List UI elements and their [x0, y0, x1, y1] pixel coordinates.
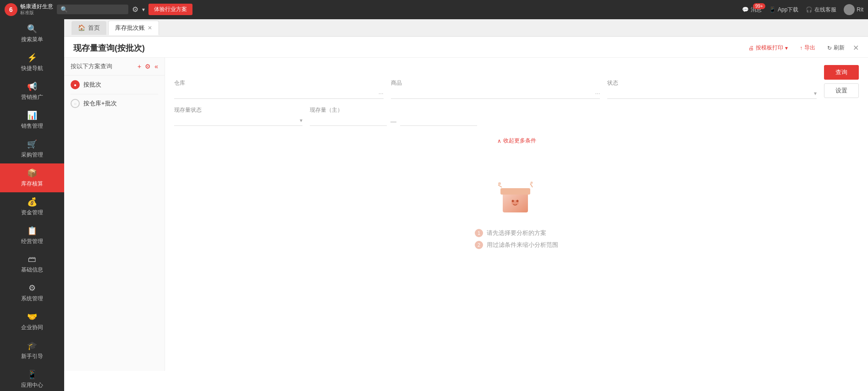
chevron-down-icon: ▾	[785, 45, 788, 51]
search-area: 仓库 ··· 商品 ···	[165, 58, 868, 371]
handshake-icon: 🤝	[27, 312, 37, 322]
status-select[interactable]: 全部 正常 禁用	[607, 90, 814, 97]
tip-text-1: 请先选择要分析的方案	[487, 229, 546, 237]
stock-qty-label: 现存量（主）	[310, 106, 438, 114]
sidebar-item-label: 系统管理	[21, 295, 43, 303]
messages-badge: 99+	[753, 3, 765, 9]
sidebar-item-search[interactable]: 🔍 搜索菜单	[0, 19, 64, 48]
home-icon: 🏠	[78, 24, 85, 31]
scheme-batch[interactable]: ● 按批次	[64, 76, 165, 94]
sidebar-item-operations[interactable]: 📋 经营管理	[0, 221, 64, 250]
add-scheme-btn[interactable]: +	[137, 63, 141, 70]
scheme-batch-active-icon: ●	[71, 80, 80, 89]
sidebar-item-quick-nav[interactable]: ⚡ 快捷导航	[0, 48, 64, 77]
stock-qty-max-input[interactable]	[400, 117, 477, 126]
online-service-label: 在线客服	[814, 6, 836, 14]
archive-icon: 🗃	[28, 255, 36, 264]
warehouse-dots[interactable]: ···	[379, 90, 384, 97]
filter-panel: 按以下方案查询 + ⚙ « ● 按批次 ○ 按仓库+批次	[64, 58, 165, 371]
main-layout: 🔍 搜索菜单 ⚡ 快捷导航 📢 营销推广 📊 销售管理 🛒 采购管理 📦 库存核…	[0, 19, 868, 391]
sidebar-item-sales[interactable]: 📊 销售管理	[0, 106, 64, 135]
print-btn[interactable]: 🖨 按模板打印 ▾	[745, 42, 791, 54]
warehouse-input[interactable]	[174, 90, 379, 97]
sidebar-item-inventory[interactable]: 📦 库存核算	[0, 163, 64, 192]
filter-title: 按以下方案查询	[71, 62, 112, 71]
svg-rect-1	[500, 188, 530, 195]
empty-illustration	[496, 178, 537, 219]
money-icon: 💰	[27, 197, 37, 207]
scheme-warehouse-batch[interactable]: ○ 按仓库+批次	[64, 94, 165, 113]
tip-item-1: 1 请先选择要分析的方案	[475, 229, 558, 237]
user-item[interactable]: Rit	[844, 4, 863, 15]
sidebar-item-basics[interactable]: 🗃 基础信息	[0, 250, 64, 278]
sidebar-item-apps[interactable]: 📱 应用中心	[0, 365, 64, 391]
export-btn[interactable]: ↑ 导出	[796, 42, 819, 54]
search-icon: 🔍	[27, 24, 37, 34]
filter-header: 按以下方案查询 + ⚙ «	[64, 58, 165, 76]
chevron-icon: ▾	[142, 6, 145, 13]
sidebar-item-label: 库存核算	[21, 180, 43, 188]
scheme-settings-btn[interactable]: ⚙	[145, 63, 151, 70]
sidebar-item-finance[interactable]: 💰 资金管理	[0, 192, 64, 221]
close-panel-btn[interactable]: ✕	[853, 43, 859, 52]
online-service-item[interactable]: 🎧 在线客服	[806, 6, 836, 14]
body-layout: 按以下方案查询 + ⚙ « ● 按批次 ○ 按仓库+批次	[64, 58, 868, 371]
product-input-row: ···	[391, 90, 600, 99]
refresh-btn[interactable]: ↻ 刷新	[824, 42, 848, 54]
sidebar-item-marketing[interactable]: 📢 营销推广	[0, 77, 64, 106]
top-bar: 6 畅康通好生意 标准版 🔍 ⚙ ▾ 体验行业方案 💬 消息 99+ 📱 App…	[0, 0, 868, 19]
product-input[interactable]	[391, 90, 595, 97]
collapse-row[interactable]: ∧ 收起更多条件	[174, 133, 859, 148]
sidebar-item-label: 快捷导航	[21, 65, 43, 72]
filter-icons: + ⚙ «	[137, 63, 158, 70]
messages-item[interactable]: 💬 消息 99+	[742, 6, 762, 14]
query-button[interactable]: 查询	[824, 65, 859, 80]
stock-qty-min-input[interactable]	[310, 117, 387, 126]
tab-close-icon[interactable]: ✕	[148, 25, 152, 31]
sidebar-item-system[interactable]: ⚙ 系统管理	[0, 278, 64, 307]
experience-btn[interactable]: 体验行业方案	[148, 4, 192, 15]
warehouse-label: 仓库	[174, 79, 384, 87]
collapse-filter-btn[interactable]: «	[154, 63, 158, 70]
header-actions: 🖨 按模板打印 ▾ ↑ 导出 ↻ 刷新 ✕	[745, 42, 859, 54]
tip-num-2: 2	[475, 241, 483, 249]
sidebar-item-label: 营销推广	[21, 93, 43, 101]
stock-qty-range: —	[310, 117, 438, 126]
stock-qty-separator: —	[390, 118, 396, 125]
page-header: 现存量查询(按批次) 🖨 按模板打印 ▾ ↑ 导出 ↻ 刷新	[64, 37, 868, 58]
top-gear-button[interactable]: ⚙	[132, 5, 138, 14]
sidebar-item-purchase[interactable]: 🛒 采购管理	[0, 135, 64, 163]
sidebar: 🔍 搜索菜单 ⚡ 快捷导航 📢 营销推广 📊 销售管理 🛒 采购管理 📦 库存核…	[0, 19, 64, 391]
megaphone-icon: 📢	[27, 81, 37, 92]
stock-status-select-row: 全部 有库存 无库存 ▾	[174, 117, 302, 126]
clipboard-icon: 📋	[27, 226, 37, 236]
product-dots[interactable]: ···	[595, 90, 600, 97]
sidebar-item-label: 销售管理	[21, 122, 43, 130]
logo-area: 6 畅康通好生意 标准版	[5, 3, 53, 16]
empty-icon	[494, 176, 539, 222]
top-bar-right: 💬 消息 99+ 📱 App下载 🎧 在线客服 Rit	[742, 4, 863, 15]
tab-bar: 🏠 首页 库存批次账 ✕	[64, 19, 868, 37]
tab-inventory-batch[interactable]: 库存批次账 ✕	[108, 21, 159, 35]
print-icon: 🖨	[748, 45, 754, 51]
status-chevron-icon: ▾	[814, 90, 817, 97]
phone-icon: 📱	[769, 6, 776, 13]
top-search-bar[interactable]: 🔍	[57, 5, 128, 14]
message-icon: 💬	[742, 6, 749, 13]
sidebar-item-newuser[interactable]: 🎓 新手引导	[0, 336, 64, 365]
sidebar-item-label: 应用中心	[21, 381, 43, 389]
sidebar-item-enterprise[interactable]: 🤝 企业协同	[0, 307, 64, 336]
mobile-icon: 📱	[27, 369, 37, 380]
tab-home[interactable]: 🏠 首页	[71, 21, 106, 35]
app-download-label: App下载	[778, 6, 798, 14]
app-download-item[interactable]: 📱 App下载	[769, 6, 798, 14]
box-icon: 📦	[27, 168, 37, 178]
empty-tips: 1 请先选择要分析的方案 2 用过滤条件来缩小分析范围	[475, 229, 558, 249]
status-label: 状态	[607, 79, 817, 87]
refresh-label: 刷新	[834, 44, 845, 52]
stock-status-select[interactable]: 全部 有库存 无库存	[174, 117, 300, 124]
settings-button[interactable]: 设置	[824, 83, 859, 98]
export-icon: ↑	[800, 45, 802, 51]
top-search-input[interactable]	[70, 6, 125, 13]
svg-line-5	[498, 185, 502, 187]
